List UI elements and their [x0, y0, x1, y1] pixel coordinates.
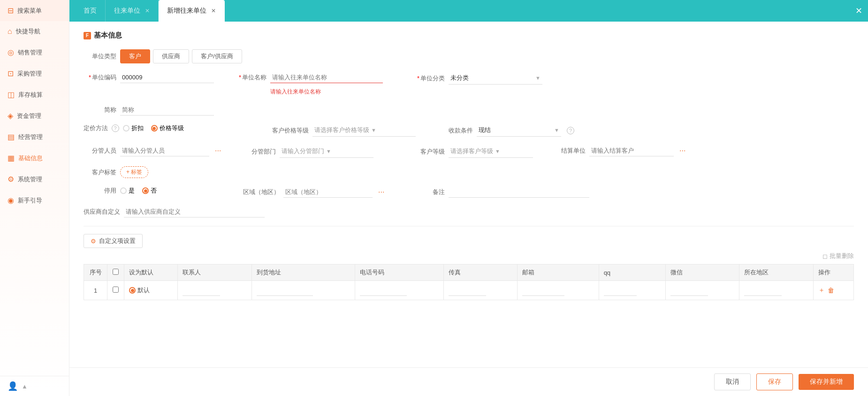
table-header-row: 序号 设为默认 联系人 到货地址 电话号码 传真 邮箱 qq 微信 所在地区 操… — [84, 264, 854, 281]
btn-customer[interactable]: 客户 — [120, 49, 150, 63]
qq-input[interactable] — [604, 285, 637, 296]
wechat-input[interactable] — [670, 285, 708, 296]
tab-partners-close[interactable]: ✕ — [145, 8, 150, 14]
sidebar-item-system[interactable]: ⚙ 系统管理 — [0, 169, 69, 190]
add-tag-button[interactable]: + 标签 — [120, 166, 148, 178]
pricing-method-label: 定价方法 ? — [84, 124, 119, 132]
payment-terms-label: 收款条件 — [440, 126, 473, 135]
disabled-radio-group: 是 否 — [120, 186, 157, 195]
chevron-down-icon-3: ▼ — [554, 127, 559, 133]
settlement-more-icon[interactable]: ··· — [679, 147, 685, 155]
sidebar-item-finance[interactable]: ◈ 资金管理 — [0, 105, 69, 126]
region-more-icon[interactable]: ··· — [378, 188, 384, 196]
radio-no[interactable]: 否 — [142, 186, 157, 195]
chevron-down-icon: ▼ — [535, 75, 541, 81]
department-select[interactable]: 请输入分管部门 ▼ — [280, 145, 373, 158]
customer-price-level-select[interactable]: 请选择客户价格等级 ▼ — [312, 124, 416, 137]
row-contact — [177, 281, 251, 300]
btn-customer-supplier[interactable]: 客户/供应商 — [192, 49, 242, 63]
tab-partners[interactable]: 往来单位 ✕ — [106, 0, 159, 22]
row-default-radio[interactable]: 默认 — [129, 286, 173, 295]
form-row-tags: 客户标签 + 标签 — [84, 166, 854, 178]
col-default: 设为默认 — [124, 264, 178, 281]
row-location — [739, 281, 814, 300]
region-input[interactable] — [283, 186, 373, 198]
sidebar-item-basic[interactable]: ▦ 基础信息 — [0, 148, 69, 169]
form-row-supplier-custom: 供应商自定义 — [84, 206, 854, 217]
delete-row-icon[interactable]: 🗑 — [828, 287, 834, 294]
sidebar-item-search[interactable]: ⊟ 搜索菜单 — [0, 0, 69, 21]
remarks-input[interactable] — [449, 186, 589, 198]
sidebar-item-operations[interactable]: ▤ 经营管理 — [0, 126, 69, 148]
customer-level-label: 客户等级 — [412, 148, 445, 156]
supplier-custom-input[interactable] — [124, 206, 265, 217]
phone-input[interactable] — [360, 285, 407, 296]
radio-yes-circle — [120, 187, 127, 194]
radio-yes[interactable]: 是 — [120, 186, 135, 195]
customer-price-level-label: 客户价格等级 — [271, 126, 309, 135]
window-close-icon[interactable]: ✕ — [855, 6, 862, 16]
tab-new-partner[interactable]: 新增往来单位 ✕ — [159, 0, 225, 22]
main-area: 首页 往来单位 ✕ 新增往来单位 ✕ ✕ F 基本信息 单位类型 客户 供应商 — [69, 0, 868, 396]
fax-input[interactable] — [449, 285, 486, 296]
address-input[interactable] — [257, 285, 313, 296]
btn-supplier[interactable]: 供应商 — [153, 49, 189, 63]
customer-level-select[interactable]: 请选择客户等级 ▼ — [449, 145, 533, 158]
sidebar-item-sales[interactable]: ◎ 销售管理 — [0, 42, 69, 63]
col-fax: 传真 — [443, 264, 518, 281]
unit-category-value: 未分类 — [450, 74, 533, 82]
form-divider — [84, 226, 854, 226]
manager-more-icon[interactable]: ··· — [215, 147, 221, 155]
add-row-icon[interactable]: ＋ — [818, 286, 825, 295]
contact-input[interactable] — [183, 285, 220, 296]
settlement-unit-input[interactable] — [589, 145, 674, 156]
unit-type-btn-group: 客户 供应商 客户/供应商 — [120, 49, 242, 63]
gear-settings-icon: ⚙ — [91, 238, 96, 245]
sidebar-item-guide[interactable]: ◉ 新手引导 — [0, 190, 69, 211]
batch-delete-icon: ◻ — [822, 253, 828, 260]
form-row-pricing: 定价方法 ? 折扣 价格等级 客户价格 — [84, 124, 854, 137]
pricing-radio-group: 折扣 价格等级 — [123, 124, 184, 132]
sidebar-item-quicknav[interactable]: ⌂ 快捷导航 — [0, 21, 69, 42]
manager-input[interactable] — [120, 145, 209, 156]
select-all-checkbox[interactable] — [113, 269, 119, 275]
payment-help-icon[interactable]: ? — [567, 127, 574, 134]
custom-settings-button[interactable]: ⚙ 自定义项设置 — [84, 234, 143, 248]
field-alias: 简称 — [84, 104, 234, 116]
tab-new-partner-close[interactable]: ✕ — [211, 8, 216, 14]
location-input[interactable] — [744, 285, 782, 296]
unit-name-input[interactable] — [270, 72, 383, 83]
manager-label: 分管人员 — [84, 147, 116, 155]
field-pricing-method: 定价方法 ? 折扣 价格等级 — [84, 124, 271, 132]
batch-delete-area[interactable]: ◻ 批量删除 — [84, 252, 854, 260]
sidebar-user[interactable]: 👤 ▲ — [0, 376, 69, 396]
form-row-alias: 简称 — [84, 104, 854, 116]
unit-code-input[interactable] — [120, 72, 214, 83]
col-qq: qq — [599, 264, 665, 281]
field-disabled: 停用 是 否 — [84, 186, 243, 195]
field-customer-price-level: 客户价格等级 请选择客户价格等级 ▼ — [271, 124, 440, 137]
payment-terms-select[interactable]: 现结 ▼ — [477, 124, 561, 137]
col-action: 操作 — [814, 264, 854, 281]
sidebar-item-purchase[interactable]: ⊡ 采购管理 — [0, 63, 69, 84]
email-input[interactable] — [522, 285, 564, 296]
home-icon: ⌂ — [8, 27, 12, 36]
form-content: F 基本信息 单位类型 客户 供应商 客户/供应商 *单位编码 — [69, 22, 868, 367]
field-settlement-unit: 结算单位 ··· — [553, 145, 854, 156]
radio-price-level[interactable]: 价格等级 — [151, 124, 184, 132]
row-select-checkbox[interactable] — [113, 287, 119, 293]
list-icon: ▦ — [8, 154, 15, 163]
pricing-help-icon[interactable]: ? — [112, 124, 119, 132]
sidebar-item-inventory[interactable]: ◫ 库存核算 — [0, 84, 69, 105]
save-button[interactable]: 保存 — [756, 373, 793, 390]
tab-home[interactable]: 首页 — [75, 0, 106, 22]
radio-discount[interactable]: 折扣 — [123, 124, 144, 132]
form-row-unit-type: 单位类型 客户 供应商 客户/供应商 — [84, 49, 854, 63]
alias-input[interactable] — [120, 104, 214, 116]
cancel-button[interactable]: 取消 — [714, 373, 751, 390]
save-and-new-button[interactable]: 保存并新增 — [799, 374, 854, 390]
unit-category-select[interactable]: 未分类 ▼ — [449, 72, 542, 85]
field-payment-terms: 收款条件 现结 ▼ ? — [440, 124, 854, 137]
unit-name-error-tip: 请输入往来单位名称 — [270, 88, 321, 96]
row-phone — [355, 281, 443, 300]
